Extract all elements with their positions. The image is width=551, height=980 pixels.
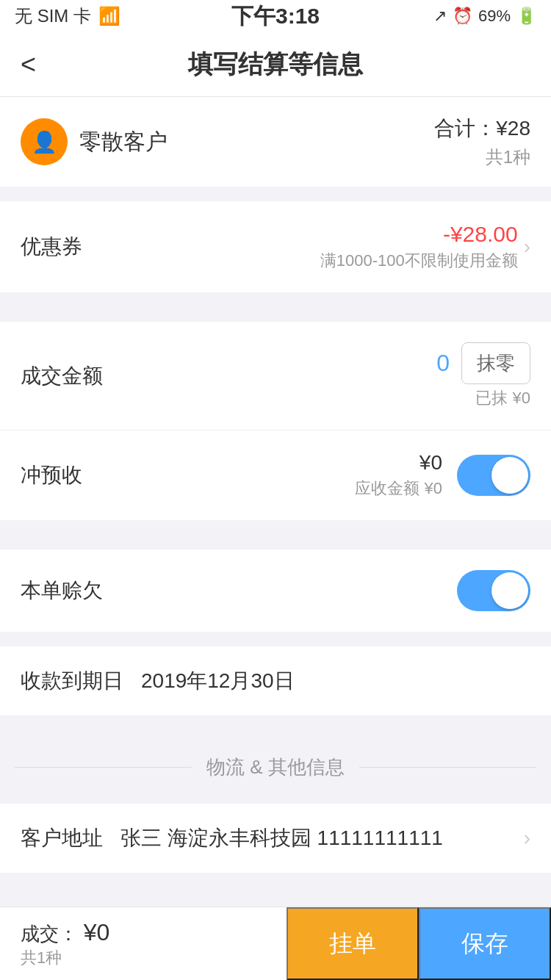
due-date-label: 收款到期日 bbox=[21, 667, 123, 695]
divider-line-left bbox=[15, 767, 192, 768]
chevron-right-icon: › bbox=[524, 235, 530, 259]
avatar-icon: 👤 bbox=[32, 130, 57, 154]
prepay-row: 冲预收 ¥0 应收金额 ¥0 bbox=[0, 430, 551, 520]
customer-summary: 合计：¥28 共1种 bbox=[434, 115, 530, 169]
wifi-icon: 📶 bbox=[98, 6, 120, 26]
customer-total: 合计：¥28 bbox=[434, 115, 530, 143]
amount-right: 0 抹零 bbox=[436, 342, 530, 384]
coupon-section[interactable]: 优惠券 -¥28.00 满1000-100不限制使用金额 › bbox=[0, 201, 551, 292]
prepay-amounts: ¥0 应收金额 ¥0 bbox=[355, 451, 442, 500]
address-chevron-icon: › bbox=[524, 826, 530, 850]
coupon-right: -¥28.00 满1000-100不限制使用金额 › bbox=[320, 222, 530, 272]
transaction-right: 0 抹零 已抹 ¥0 bbox=[436, 342, 530, 409]
transaction-value: 0 bbox=[436, 350, 450, 377]
transaction-label: 成交金额 bbox=[21, 362, 103, 390]
customer-count: 共1种 bbox=[434, 145, 530, 169]
divider-3 bbox=[0, 730, 551, 745]
footer-info: 成交： ¥0 共1种 bbox=[0, 919, 287, 969]
toggle-knob bbox=[491, 457, 528, 494]
customer-avatar: 👤 bbox=[21, 118, 68, 165]
nav-bar: < 填写结算等信息 bbox=[0, 32, 551, 97]
back-button[interactable]: < bbox=[21, 49, 36, 80]
location-icon: ↗ bbox=[433, 7, 447, 26]
coupon-description: 满1000-100不限制使用金额 bbox=[320, 250, 518, 272]
debit-section: 本单赊欠 bbox=[0, 550, 551, 632]
prepay-receivable: 应收金额 ¥0 bbox=[355, 478, 442, 500]
address-label: 客户地址 bbox=[21, 824, 103, 852]
battery-text: 69% bbox=[478, 7, 511, 26]
prepay-amount: ¥0 bbox=[355, 451, 442, 475]
debit-toggle-knob bbox=[491, 572, 528, 609]
due-date-section: 收款到期日 2019年12月30日 bbox=[0, 646, 551, 716]
status-right: ↗ ⏰ 69% 🔋 bbox=[433, 7, 536, 26]
divider-1 bbox=[0, 307, 551, 322]
alarm-icon: ⏰ bbox=[453, 7, 472, 26]
address-section[interactable]: 客户地址 张三 海淀永丰科技园 11111111111 › bbox=[0, 804, 551, 873]
status-bar: 无 SIM 卡 📶 下午3:18 ↗ ⏰ 69% 🔋 bbox=[0, 0, 551, 32]
footer-count: 共1种 bbox=[21, 947, 266, 969]
round-button[interactable]: 抹零 bbox=[461, 342, 530, 384]
footer-transaction-row: 成交： ¥0 bbox=[21, 919, 266, 947]
footer-transaction-label: 成交： bbox=[21, 923, 78, 945]
footer-transaction-value: ¥0 bbox=[84, 919, 110, 945]
customer-section: 👤 零散客户 合计：¥28 共1种 bbox=[0, 97, 551, 187]
transaction-section: 成交金额 0 抹零 已抹 ¥0 冲预收 ¥0 应收金额 ¥0 bbox=[0, 322, 551, 520]
coupon-label: 优惠券 bbox=[21, 233, 82, 261]
status-time: 下午3:18 bbox=[231, 1, 320, 32]
logistics-divider: 物流 & 其他信息 bbox=[0, 745, 551, 789]
page-title: 填写结算等信息 bbox=[188, 48, 363, 82]
prepay-label: 冲预收 bbox=[21, 461, 82, 489]
customer-name: 零散客户 bbox=[79, 127, 168, 157]
address-value: 张三 海淀永丰科技园 11111111111 bbox=[120, 824, 506, 852]
footer: 成交： ¥0 共1种 挂单 保存 bbox=[0, 907, 551, 980]
coupon-value-area: -¥28.00 满1000-100不限制使用金额 bbox=[320, 222, 518, 272]
logistics-label: 物流 & 其他信息 bbox=[206, 754, 345, 780]
transaction-row: 成交金额 0 抹零 已抹 ¥0 bbox=[0, 322, 551, 430]
divider-line-right bbox=[359, 767, 536, 768]
prepay-toggle[interactable] bbox=[457, 455, 530, 496]
customer-info: 👤 零散客户 bbox=[21, 118, 168, 165]
debit-toggle[interactable] bbox=[457, 570, 530, 611]
save-button[interactable]: 保存 bbox=[419, 907, 551, 980]
due-date-value: 2019年12月30日 bbox=[141, 667, 295, 695]
debit-label: 本单赊欠 bbox=[21, 577, 103, 605]
coupon-discount: -¥28.00 bbox=[443, 222, 518, 247]
battery-icon: 🔋 bbox=[516, 7, 536, 26]
carrier-text: 无 SIM 卡 bbox=[15, 4, 91, 28]
divider-2 bbox=[0, 535, 551, 550]
hold-button[interactable]: 挂单 bbox=[287, 907, 419, 980]
already-rounded: 已抹 ¥0 bbox=[436, 387, 530, 409]
status-left: 无 SIM 卡 📶 bbox=[15, 4, 120, 28]
prepay-right: ¥0 应收金额 ¥0 bbox=[355, 451, 530, 500]
